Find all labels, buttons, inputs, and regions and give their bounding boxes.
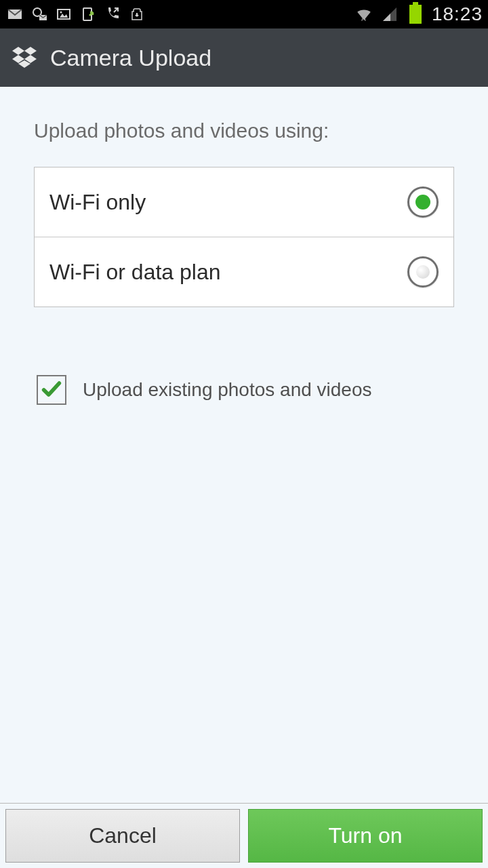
main-content: Upload photos and videos using: Wi-Fi on… — [0, 87, 488, 803]
radio-indicator-icon — [407, 256, 439, 288]
gmail-icon — [5, 5, 24, 24]
radio-label: Wi-Fi or data plan — [49, 260, 407, 285]
dropbox-icon — [11, 44, 38, 71]
status-right-icons: 18:23 — [354, 3, 483, 25]
status-left-icons — [5, 5, 146, 24]
turn-on-button-label: Turn on — [328, 823, 402, 848]
device-sync-icon — [79, 5, 98, 24]
section-label: Upload photos and videos using: — [34, 119, 454, 142]
gallery-icon — [54, 5, 73, 24]
checkbox-icon — [37, 375, 66, 405]
settings-mail-icon — [30, 5, 49, 24]
svg-marker-4 — [60, 14, 68, 18]
outgoing-call-icon — [103, 5, 122, 24]
svg-marker-9 — [12, 47, 24, 55]
page-title: Camera Upload — [50, 45, 211, 71]
radio-wifi-or-data[interactable]: Wi-Fi or data plan — [35, 237, 453, 307]
cancel-button[interactable]: Cancel — [5, 809, 240, 863]
svg-marker-10 — [24, 47, 37, 55]
wifi-icon — [354, 5, 373, 24]
upload-method-radio-group: Wi-Fi only Wi-Fi or data plan — [34, 167, 454, 307]
status-time: 18:23 — [432, 3, 483, 25]
battery-icon — [406, 5, 425, 24]
app-bar: Camera Upload — [0, 28, 488, 87]
svg-marker-8 — [383, 14, 390, 21]
radio-indicator-icon — [407, 186, 439, 218]
status-bar: 18:23 — [0, 0, 488, 28]
footer-actions: Cancel Turn on — [0, 803, 488, 868]
cell-signal-icon — [380, 5, 399, 24]
svg-point-5 — [60, 12, 62, 14]
turn-on-button[interactable]: Turn on — [248, 809, 483, 863]
radio-label: Wi-Fi only — [49, 190, 407, 215]
cancel-button-label: Cancel — [89, 823, 157, 848]
upload-existing-checkbox[interactable]: Upload existing photos and videos — [34, 375, 454, 405]
download-icon — [127, 5, 146, 24]
radio-wifi-only[interactable]: Wi-Fi only — [35, 167, 453, 237]
checkbox-label: Upload existing photos and videos — [83, 379, 372, 401]
